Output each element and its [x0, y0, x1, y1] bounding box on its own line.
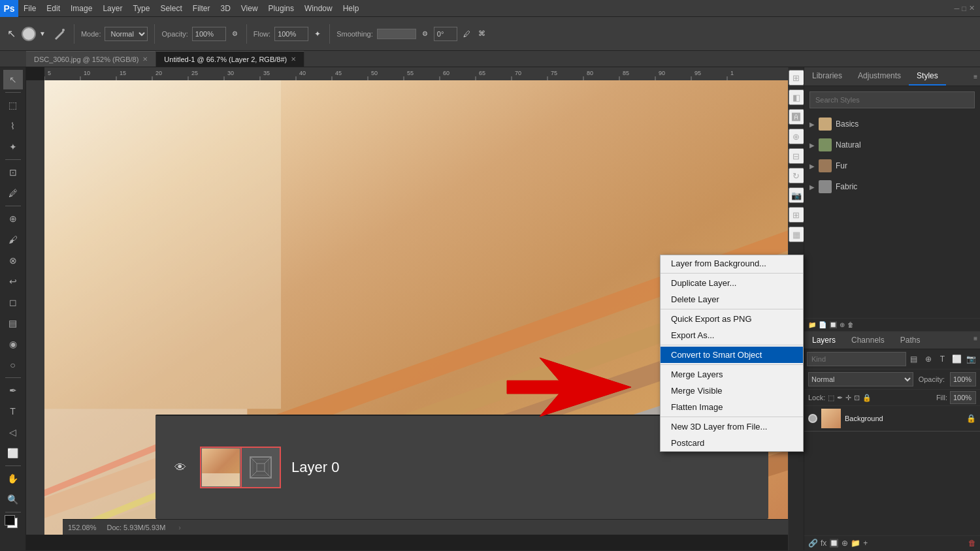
menu-type[interactable]: Type: [127, 0, 155, 17]
flow-options[interactable]: ✦: [312, 27, 323, 40]
layers-search-input[interactable]: [807, 352, 906, 366]
brush-tool-icon[interactable]: [52, 26, 67, 42]
tool-magic-wand[interactable]: ✦: [3, 137, 23, 157]
angle-input[interactable]: [434, 27, 457, 41]
panel-icon-7[interactable]: 📷: [789, 187, 804, 203]
tool-zoom[interactable]: 🔍: [3, 490, 23, 509]
tab-close-1[interactable]: ✕: [291, 52, 296, 67]
tool-eyedropper[interactable]: 🖉: [3, 183, 23, 203]
tool-text[interactable]: T: [3, 401, 23, 421]
menu-view[interactable]: View: [236, 0, 263, 17]
tool-marquee[interactable]: ⬚: [3, 95, 23, 115]
layers-mask-btn[interactable]: 🔲: [829, 539, 839, 548]
menu-select[interactable]: Select: [155, 0, 187, 17]
layers-tab-paths[interactable]: Paths: [892, 332, 928, 349]
pressure-btn[interactable]: 🖊: [461, 28, 472, 40]
layers-filter-shape[interactable]: ⬜: [950, 352, 963, 366]
panel-icon-8[interactable]: ⊞: [789, 207, 804, 223]
layers-link[interactable]: 🔗: [808, 539, 818, 548]
panel-tab-libraries[interactable]: Libraries: [804, 67, 850, 86]
tool-lasso[interactable]: ⌇: [3, 116, 23, 136]
layers-tab-layers[interactable]: Layers: [804, 332, 843, 349]
layers-new-layer[interactable]: 📄: [819, 321, 826, 328]
layers-new-folder[interactable]: 📁: [808, 321, 816, 328]
layers-delete[interactable]: 🗑: [847, 321, 854, 328]
lock-all[interactable]: 🔒: [862, 394, 872, 402]
ctx-quick-export[interactable]: Quick Export as PNG: [661, 311, 803, 327]
tab-dsc3060[interactable]: DSC_3060.jpg @ 152% (RGB/8) ✕: [26, 51, 156, 67]
tool-crop[interactable]: ⊡: [3, 163, 23, 182]
menu-filter[interactable]: Filter: [188, 0, 216, 17]
panel-icon-9[interactable]: ▦: [789, 227, 804, 242]
menu-layer[interactable]: Layer: [97, 0, 127, 17]
tool-eraser[interactable]: ◻: [3, 292, 23, 312]
tool-dodge[interactable]: ○: [3, 355, 23, 375]
more-info[interactable]: ›: [178, 524, 181, 531]
tool-brush[interactable]: 🖌: [3, 230, 23, 249]
tool-move[interactable]: ↖: [3, 70, 23, 89]
panel-icon-5[interactable]: ⊟: [789, 148, 804, 164]
styles-section-basics[interactable]: ▶ Basics: [804, 114, 980, 134]
layers-delete-btn[interactable]: 🗑: [968, 539, 976, 548]
ctx-merge-visible[interactable]: Merge Visible: [661, 383, 803, 399]
layers-add[interactable]: +: [863, 539, 868, 548]
tab-close-0[interactable]: ✕: [142, 52, 148, 67]
tool-history-brush[interactable]: ↩: [3, 272, 23, 291]
foreground-color[interactable]: [5, 515, 15, 526]
fill-value[interactable]: [950, 391, 976, 404]
lock-position[interactable]: ✛: [845, 394, 851, 402]
tool-healing[interactable]: ⊕: [3, 209, 23, 228]
lock-pixels[interactable]: ✒: [837, 394, 843, 402]
ctx-convert-smart-object[interactable]: Convert to Smart Object: [661, 347, 803, 363]
menu-edit[interactable]: Edit: [41, 0, 65, 17]
window-close[interactable]: ✕: [969, 4, 975, 12]
tool-gradient[interactable]: ▤: [3, 313, 23, 333]
smoothing-slider[interactable]: [377, 29, 416, 39]
opacity-input[interactable]: [192, 27, 226, 41]
menu-image[interactable]: Image: [65, 0, 97, 17]
layers-filter-pixel[interactable]: ▤: [907, 352, 921, 366]
move-tool[interactable]: ↖: [5, 25, 18, 42]
brush-settings-toggle[interactable]: ▼: [37, 28, 48, 39]
layers-new-folder-btn[interactable]: 📁: [851, 539, 860, 548]
window-maximize[interactable]: □: [962, 5, 966, 12]
tool-path-select[interactable]: ◁: [3, 422, 23, 442]
panel-options-btn[interactable]: ≡: [973, 73, 977, 80]
ctx-flatten-image[interactable]: Flatten Image: [661, 399, 803, 415]
menu-plugins[interactable]: Plugins: [263, 0, 299, 17]
layers-panel-options[interactable]: ≡: [973, 335, 977, 342]
lock-transparent[interactable]: ⬚: [828, 394, 834, 402]
ctx-merge-layers[interactable]: Merge Layers: [661, 366, 803, 383]
ctx-new-3d-layer[interactable]: New 3D Layer from File...: [661, 418, 803, 435]
styles-search-input[interactable]: [809, 91, 975, 108]
tool-stamp[interactable]: ⊗: [3, 251, 23, 270]
styles-section-fur[interactable]: ▶ Fur: [804, 155, 980, 176]
panel-icon-4[interactable]: ⊕: [789, 129, 804, 144]
layers-adjust[interactable]: ⊕: [840, 321, 845, 328]
panel-icon-6[interactable]: ↻: [789, 168, 804, 183]
layer-visibility-toggle[interactable]: 👁: [171, 458, 189, 477]
menu-file[interactable]: File: [18, 0, 41, 17]
tab-untitled1[interactable]: Untitled-1 @ 66.7% (Layer 2, RGB/8#) ✕: [156, 51, 304, 67]
symmetry-btn[interactable]: ⌘: [476, 27, 487, 40]
color-swatches[interactable]: [3, 515, 23, 533]
menu-window[interactable]: Window: [299, 0, 338, 17]
lock-artboard[interactable]: ⊡: [854, 394, 860, 402]
layers-fx[interactable]: fx: [821, 539, 826, 548]
mode-dropdown[interactable]: Normal: [105, 27, 148, 41]
blend-mode-select[interactable]: Normal: [808, 372, 913, 386]
tool-pen[interactable]: ✒: [3, 381, 23, 400]
menu-3d[interactable]: 3D: [215, 0, 235, 17]
ctx-export-as[interactable]: Export As...: [661, 327, 803, 343]
flow-input[interactable]: [274, 27, 308, 41]
ctx-postcard[interactable]: Postcard: [661, 435, 803, 451]
tool-hand[interactable]: ✋: [3, 469, 23, 488]
styles-section-natural[interactable]: ▶ Natural: [804, 134, 980, 155]
layers-filter-adjust[interactable]: ⊕: [922, 352, 935, 366]
opacity-options[interactable]: ⚙: [230, 28, 240, 39]
menu-help[interactable]: Help: [338, 0, 365, 17]
panel-icon-1[interactable]: ⊞: [789, 70, 804, 86]
panel-icon-3[interactable]: 🅰: [789, 109, 804, 125]
ctx-layer-from-background[interactable]: Layer from Background...: [661, 255, 803, 272]
styles-section-fabric[interactable]: ▶ Fabric: [804, 176, 980, 197]
